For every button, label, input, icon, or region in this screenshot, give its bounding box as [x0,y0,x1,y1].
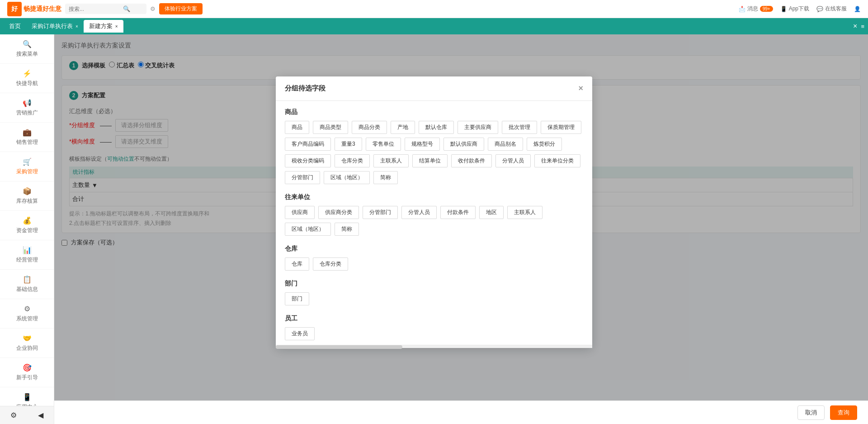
settings-icon[interactable]: ⚙ [150,5,156,12]
field-tag-supplier[interactable]: 供应商 [285,206,315,219]
app-download-btn[interactable]: 📱 App下载 [780,5,809,13]
logo: 好 畅捷通好生意 [7,2,61,16]
field-tag-tax-code[interactable]: 税收分类编码 [285,154,331,167]
field-tag-warehouse[interactable]: 仓库 [285,257,309,271]
finance-icon: 💰 [23,216,32,225]
sidebar-item-quicknav[interactable]: ⚡ 快捷导航 [0,64,54,93]
field-tag-payment-condition[interactable]: 付款条件 [440,206,476,219]
guide-icon: 🎯 [23,363,32,372]
search-input[interactable] [69,6,123,12]
field-tag-quality-mgmt[interactable]: 保质期管理 [541,121,581,134]
section-employee: 员工 业务员 [285,314,583,340]
field-tag-supplier-category[interactable]: 供应商分类 [318,206,359,219]
sidebar-item-basics[interactable]: 📋 基础信息 [0,270,54,299]
field-tag-main-supplier[interactable]: 主要供应商 [458,121,498,134]
tab-purchase-label: 采购订单执行表 [32,22,73,30]
field-tag-warehouse-category[interactable]: 仓库分类 [335,154,370,167]
section-warehouse-title: 仓库 [285,245,583,253]
sidebar-item-purchase-label: 采购管理 [16,168,38,176]
modal-close-button[interactable]: × [578,84,583,93]
tab-menu[interactable]: ≡ [861,23,864,30]
quicknav-icon: ⚡ [23,69,32,78]
field-tag-customer-code[interactable]: 客户商品编码 [285,138,331,151]
sidebar-item-collab[interactable]: 🤝 企业协同 [0,329,54,358]
sidebar-item-purchase[interactable]: 🛒 采购管理 [0,152,54,181]
confirm-button[interactable]: 查询 [830,405,857,420]
field-tag-weight[interactable]: 重量3 [335,138,362,151]
field-tag-refine-points[interactable]: 炼货积分 [527,138,562,151]
field-tag-manage-dept[interactable]: 分管部门 [363,206,398,219]
sidebar-item-sales-label: 销售管理 [16,138,38,146]
tab-new-plan-close[interactable]: × [115,24,118,29]
field-tag-supervisor[interactable]: 分管人员 [495,154,531,167]
tab-purchase-close[interactable]: × [75,24,78,29]
sidebar-item-system[interactable]: ⚙ 系统管理 [0,299,54,329]
sidebar-item-operations-label: 经营管理 [16,256,38,264]
field-tag-product-alias[interactable]: 商品别名 [488,138,523,151]
field-tag-region-cp[interactable]: 区域（地区） [285,223,331,236]
tab-new-plan[interactable]: 新建方案 × [84,20,123,33]
tab-purchase-list[interactable]: 采购订单执行表 × [26,20,84,33]
search-bar[interactable]: 🔍 [65,4,146,14]
header-left: 好 畅捷通好生意 🔍 ⚙ 体验行业方案 [7,2,203,16]
avatar-icon: 👤 [854,6,861,12]
field-tag-product-type[interactable]: 商品类型 [313,121,348,134]
field-tag-dept[interactable]: 分管部门 [285,171,320,184]
modal-horizontal-scrollbar[interactable] [276,345,592,348]
field-tag-counterparty-category[interactable]: 往来单位分类 [534,154,580,167]
field-tag-main-contact[interactable]: 主联系人 [373,154,409,167]
field-tag-abbr-cp[interactable]: 简称 [335,223,359,236]
search-icon: 🔍 [123,5,130,12]
tab-close-all[interactable]: × [853,22,857,30]
field-tag-origin[interactable]: 产地 [391,121,415,134]
sidebar-item-basics-label: 基础信息 [16,286,38,293]
sidebar-item-sales[interactable]: 💼 销售管理 [0,123,54,152]
field-tag-settlement-unit[interactable]: 结算单位 [412,154,448,167]
department-field-tags: 部门 [285,292,583,305]
field-tag-default-supplier[interactable]: 默认供应商 [443,138,484,151]
field-tag-payment-terms[interactable]: 收付款条件 [451,154,492,167]
experience-button[interactable]: 体验行业方案 [159,3,203,14]
sidebar-settings-btn[interactable]: ⚙ [10,411,17,419]
sidebar-item-finance-label: 资金管理 [16,227,38,234]
message-label: 消息 [747,5,758,13]
online-service-btn[interactable]: 💬 在线客服 [816,5,847,13]
field-tag-main-contact-cp[interactable]: 主联系人 [507,206,542,219]
field-tag-retail-unit[interactable]: 零售单位 [366,138,401,151]
sidebar-item-quicknav-label: 快捷导航 [16,80,38,87]
logo-icon: 好 [7,2,22,16]
section-employee-title: 员工 [285,314,583,323]
sidebar-item-finance[interactable]: 💰 资金管理 [0,211,54,240]
sidebar-item-guide[interactable]: 🎯 新手引导 [0,358,54,387]
message-icon: 📩 [739,6,745,12]
field-tag-default-warehouse[interactable]: 默认仓库 [419,121,454,134]
field-tag-product[interactable]: 商品 [285,121,309,134]
modal-header: 分组待选字段 × [276,76,592,101]
field-tag-salesperson[interactable]: 业务员 [285,327,315,340]
section-counterparty-title: 往来单位 [285,193,583,201]
field-tag-batch-mgmt[interactable]: 批次管理 [502,121,537,134]
field-tag-area[interactable]: 地区 [479,206,504,219]
sidebar-item-marketing[interactable]: 📢 营销推广 [0,93,54,123]
basics-icon: 📋 [23,275,32,284]
sidebar-item-operations[interactable]: 📊 经营管理 [0,240,54,270]
field-tag-department[interactable]: 部门 [285,292,309,305]
message-btn[interactable]: 📩 消息 99+ [739,5,773,13]
field-tag-region-product[interactable]: 区域（地区） [324,171,370,184]
sidebar-item-search[interactable]: 🔍 搜索菜单 [0,34,54,64]
field-tag-product-category[interactable]: 商品分类 [352,121,387,134]
tab-home[interactable]: 首页 [4,20,26,33]
cancel-button[interactable]: 取消 [797,405,825,420]
logo-text: 畅捷通好生意 [24,5,61,13]
sidebar-collapse-btn[interactable]: ◀ [38,411,43,419]
field-tag-abbr-product[interactable]: 简称 [373,171,398,184]
service-label: 在线客服 [825,5,847,13]
field-tag-warehouse-cat[interactable]: 仓库分类 [313,257,348,271]
field-tag-spec-model[interactable]: 规格型号 [405,138,440,151]
sidebar-item-inventory[interactable]: 📦 库存核算 [0,181,54,211]
purchase-icon: 🛒 [23,157,32,166]
tab-bar-actions: × ≡ [853,22,864,30]
horizontal-scrollbar-thumb[interactable] [276,345,402,349]
field-tag-manage-person[interactable]: 分管人员 [401,206,437,219]
user-avatar[interactable]: 👤 [854,6,861,12]
